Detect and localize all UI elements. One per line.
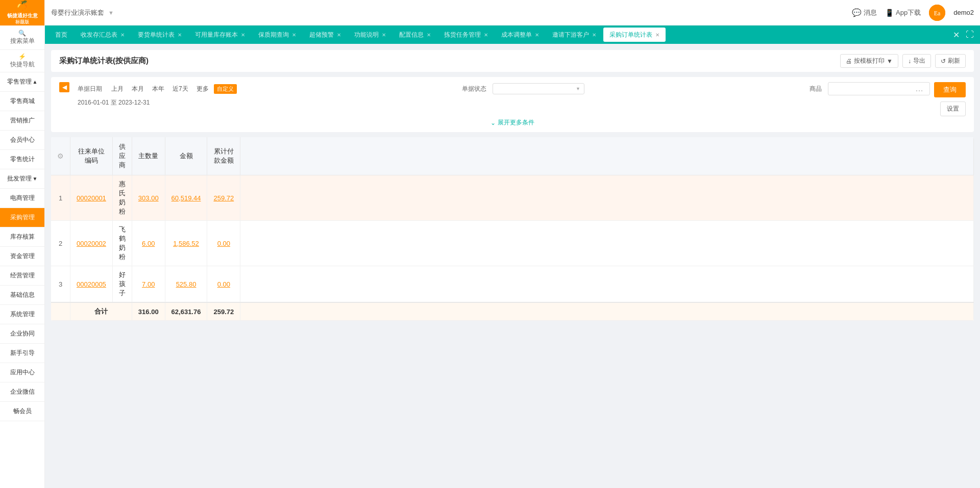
message-label: 消息: [864, 8, 877, 17]
goods-more-icon[interactable]: …: [913, 84, 925, 93]
sidebar-item-enterprise-wechat[interactable]: 企业微信: [0, 382, 44, 402]
sidebar-item-member-center[interactable]: 会员中心: [0, 131, 44, 150]
sidebar-item-purchase-mgmt[interactable]: 采购管理: [0, 208, 44, 227]
tab-cost-adjust[interactable]: 成本调整单 ✕: [495, 28, 545, 42]
sidebar-item-inventory[interactable]: 库存核算: [0, 227, 44, 247]
sidebar-item-retail-mgmt[interactable]: 零售管理 ▲: [0, 72, 44, 92]
sidebar-item-enterprise-collab[interactable]: 企业协同: [0, 324, 44, 344]
table-row: 3 00020005 好孩子 7.00 525.80 0.00: [51, 266, 974, 303]
sidebar-item-newbie-guide[interactable]: 新手引导: [0, 344, 44, 363]
sidebar-item-system-mgmt[interactable]: 系统管理: [0, 305, 44, 324]
export-icon: ↓: [908, 58, 911, 65]
close-icon[interactable]: ✕: [382, 32, 386, 38]
row-3-paid: 0.00: [207, 266, 240, 303]
sidebar-label-basic-info: 基础信息: [10, 291, 35, 299]
date-custom-badge[interactable]: 自定义: [214, 84, 237, 94]
filter-right-actions: 查询 设置: [934, 82, 966, 116]
goods-label: 商品: [810, 85, 822, 93]
sidebar-item-ecommerce[interactable]: 电商管理: [0, 189, 44, 208]
logo-text: 畅捷通好生意: [7, 12, 38, 19]
page-header: 采购订单统计表(按供应商) 🖨 按模板打印 ▼ ↓ 导出 ↺ 刷新: [51, 50, 974, 72]
sidebar-item-wholesale-mgmt[interactable]: 批发管理 ▼: [0, 169, 44, 189]
tab-home[interactable]: 首页: [49, 28, 74, 42]
sidebar-item-retail-shop[interactable]: 零售商城: [0, 92, 44, 111]
sidebar-item-basic-info[interactable]: 基础信息: [0, 286, 44, 305]
avatar: Ea: [929, 5, 945, 21]
row-1-amount: 60,519.44: [165, 175, 207, 221]
app-download-button[interactable]: 📱 App下载: [885, 8, 921, 17]
row-2-num: 2: [51, 221, 70, 266]
sidebar-item-retail-stats[interactable]: 零售统计: [0, 150, 44, 169]
row-2-amount: 1,586.52: [165, 221, 207, 266]
date-range-display: 2016-01-01 至 2023-12-31: [78, 98, 150, 107]
sidebar-item-marketing[interactable]: 营销推广: [0, 111, 44, 131]
sidebar-label-purchase-mgmt: 采购管理: [10, 213, 35, 222]
tab-invite-downstream[interactable]: 邀请下游客户 ✕: [546, 28, 602, 42]
collapse-arrow[interactable]: ◀: [59, 82, 69, 92]
close-icon[interactable]: ✕: [241, 32, 245, 38]
date-btn-last-7-days[interactable]: 近7天: [169, 84, 191, 94]
message-button[interactable]: 💬 消息: [852, 8, 877, 17]
status-select[interactable]: [493, 83, 584, 94]
refresh-button[interactable]: ↺ 刷新: [935, 54, 966, 68]
close-icon[interactable]: ✕: [292, 32, 296, 38]
sidebar-item-operations[interactable]: 经营管理: [0, 266, 44, 286]
date-btn-this-month[interactable]: 本月: [129, 84, 147, 94]
close-icon[interactable]: ✕: [178, 32, 182, 38]
sidebar-label-finance: 资金管理: [10, 252, 35, 261]
sidebar-item-finance[interactable]: 资金管理: [0, 247, 44, 266]
export-button[interactable]: ↓ 导出: [902, 54, 931, 68]
print-button[interactable]: 🖨 按模板打印 ▼: [840, 54, 898, 68]
sidebar-item-app-center[interactable]: 应用中心: [0, 363, 44, 382]
export-label: 导出: [913, 57, 925, 65]
close-icon[interactable]: ✕: [535, 32, 539, 38]
footer-amount: 62,631.76: [165, 302, 207, 321]
th-code: 往来单位编码: [70, 137, 113, 175]
setting-button[interactable]: 设置: [940, 101, 966, 116]
th-supplier: 供应商: [112, 137, 132, 175]
tab-config-info-label: 配置信息: [399, 31, 424, 39]
expand-button[interactable]: ⌄ 展开更多条件: [491, 118, 534, 127]
th-paid: 累计付款金额: [207, 137, 240, 175]
date-btn-last-month[interactable]: 上月: [108, 84, 127, 94]
page-title: 采购订单统计表(按供应商): [59, 56, 149, 66]
close-icon[interactable]: ✕: [337, 32, 341, 38]
tab-overstock-warning[interactable]: 超储预警 ✕: [303, 28, 347, 42]
tab-shelf-life[interactable]: 保质期查询 ✕: [252, 28, 302, 42]
close-icon[interactable]: ✕: [484, 32, 488, 38]
footer-empty-2: [240, 302, 974, 321]
table-footer-row: 合计 316.00 62,631.76 259.72: [51, 302, 974, 321]
status-label: 单据状态: [462, 85, 486, 93]
topbar-dropdown-icon[interactable]: ▼: [108, 10, 114, 16]
row-3-empty: [240, 266, 974, 303]
close-active-icon[interactable]: ✕: [655, 32, 659, 38]
row-1-num: 1: [51, 175, 70, 221]
tab-config-info[interactable]: 配置信息 ✕: [393, 28, 437, 42]
tab-pick-task[interactable]: 拣货任务管理 ✕: [438, 28, 494, 42]
date-btn-this-year[interactable]: 本年: [149, 84, 167, 94]
tab-close-action[interactable]: ✕: [951, 29, 962, 41]
close-icon[interactable]: ✕: [427, 32, 431, 38]
tab-receive-summary[interactable]: 收发存汇总表 ✕: [75, 28, 131, 42]
settings-icon[interactable]: ⚙: [57, 152, 64, 160]
tab-usable-inventory[interactable]: 可用量库存账本 ✕: [189, 28, 251, 42]
query-button[interactable]: 查询: [934, 82, 966, 97]
sidebar-label-operations: 经营管理: [10, 271, 35, 280]
th-empty: [240, 137, 974, 175]
tab-order-stats[interactable]: 要货单统计表 ✕: [132, 28, 188, 42]
tab-purchase-order-stats[interactable]: 采购订单统计表 ✕: [603, 28, 666, 42]
row-2-qty: 6.00: [132, 221, 165, 266]
tab-feature-desc[interactable]: 功能说明 ✕: [348, 28, 392, 42]
sidebar-item-chang-member[interactable]: 畅会员: [0, 402, 44, 421]
close-icon[interactable]: ✕: [592, 32, 596, 38]
goods-input[interactable]: [832, 85, 913, 92]
print-dropdown-icon[interactable]: ▼: [887, 58, 893, 65]
username-label: demo2: [953, 9, 974, 16]
svg-text:Ea: Ea: [934, 10, 941, 17]
tab-maximize-action[interactable]: ⛶: [964, 29, 976, 41]
date-btn-more[interactable]: 更多: [193, 84, 212, 94]
sidebar-item-search[interactable]: 🔍 搜索菜单: [0, 25, 44, 50]
refresh-icon: ↺: [941, 58, 946, 65]
close-icon[interactable]: ✕: [120, 32, 125, 38]
sidebar-item-quick-nav[interactable]: ⚡ 快捷导航: [0, 50, 44, 72]
